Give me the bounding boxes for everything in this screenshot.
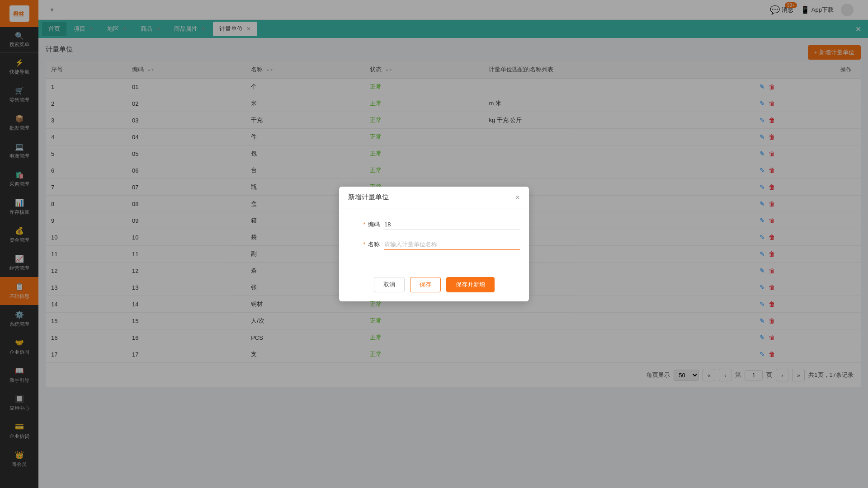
dialog-title: 新增计量单位 [348,193,389,202]
dialog-close-icon[interactable]: × [515,193,520,202]
dialog-header: 新增计量单位 × [339,187,529,208]
save-and-add-button[interactable]: 保存并新增 [446,277,495,292]
name-label: * 名称 [348,240,380,249]
cancel-button[interactable]: 取消 [374,277,405,292]
form-row-name: * 名称 [348,239,520,250]
dialog-body: * 编码 * 名称 [339,208,529,270]
dialog-footer: 取消 保存 保存并新增 [339,270,529,301]
add-unit-dialog: 新增计量单位 × * 编码 * 名称 取消 保存 保存并新增 [339,187,529,301]
name-input[interactable] [384,239,520,250]
save-button[interactable]: 保存 [410,277,441,292]
form-row-code: * 编码 [348,219,520,230]
modal-overlay[interactable]: 新增计量单位 × * 编码 * 名称 取消 保存 保存并新增 [0,0,868,488]
code-input[interactable] [384,219,520,230]
code-label: * 编码 [348,221,380,229]
